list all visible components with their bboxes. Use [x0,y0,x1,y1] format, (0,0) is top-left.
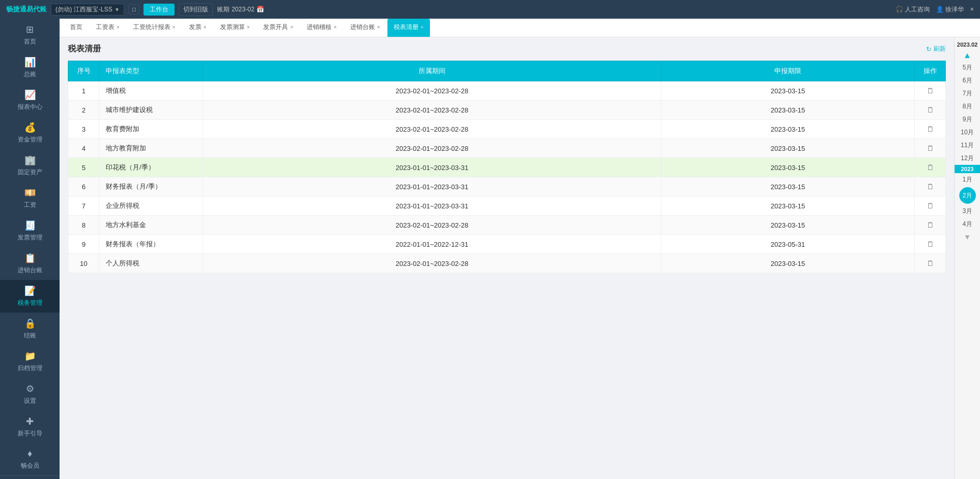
cal-month-9[interactable]: 9月 [955,113,980,126]
table-row[interactable]: 1 增值税 2023-02-01~2023-02-28 2023-03-15 🗒 [68,81,946,101]
cal-month-5[interactable]: 5月 [955,61,980,74]
tab-close-invoice-calc[interactable]: × [247,24,250,30]
cal-month-8[interactable]: 8月 [955,100,980,113]
copy-button[interactable]: □ [128,4,139,15]
sidebar-item-label: 工资 [24,201,36,209]
sidebar-item-label: 新手引导 [18,429,42,438]
table-header-row: 序号 申报表类型 所属期间 申报期限 操作 [68,61,946,81]
tab-close-purchase-ledger[interactable]: × [377,24,380,30]
sidebar-item-member[interactable]: ♦ 畅会员 [0,443,60,475]
sidebar-item-fund[interactable]: 💰 资金管理 [0,117,60,149]
sidebar-item-invoice[interactable]: 🧾 发票管理 [0,215,60,247]
user-profile-btn[interactable]: 👤 徐泽华 [936,5,964,14]
col-deadline: 申报期限 [661,61,914,81]
cal-month-6[interactable]: 6月 [955,74,980,87]
period-label: 账期 [217,5,229,14]
cell-action[interactable]: 🗒 [915,120,946,139]
company-selector[interactable]: (勿动) 江西服宝-LSS ▼ [51,4,124,16]
tab-close-purchase-check[interactable]: × [334,24,337,30]
view-action-icon[interactable]: 🗒 [927,221,934,229]
sidebar-item-ledger[interactable]: 📊 总账 [0,51,60,84]
cell-seq: 7 [68,196,99,216]
settings-icon: ⚙ [26,383,34,395]
workspace-button[interactable]: 工作台 [143,4,175,16]
cell-action[interactable]: 🗒 [915,177,946,196]
tab-purchase-check[interactable]: 进销稽核 × [300,19,343,37]
cell-seq: 8 [68,216,99,235]
view-action-icon[interactable]: 🗒 [927,106,934,114]
view-action-icon[interactable]: 🗒 [927,163,934,172]
cell-deadline: 2023-03-15 [661,101,914,120]
tab-close-tax-clear[interactable]: × [421,24,424,30]
cal-month-12[interactable]: 12月 [955,152,980,165]
table-row[interactable]: 2 城市维护建设税 2023-02-01~2023-02-28 2023-03-… [68,101,946,120]
tab-home[interactable]: 首页 [64,19,89,37]
sidebar-item-closing[interactable]: 🔒 结账 [0,313,60,345]
refresh-button[interactable]: ↻ 刷新 [926,45,946,53]
cal-month-11[interactable]: 11月 [955,139,980,152]
cal-month-1[interactable]: 1月 [955,173,980,186]
cell-action[interactable]: 🗒 [915,254,946,273]
human-service-btn[interactable]: 🎧 人工咨询 [896,5,930,14]
cell-deadline: 2023-03-15 [661,158,914,177]
table-row[interactable]: 9 财务报表（年报） 2022-01-01~2022-12-31 2023-05… [68,235,946,254]
tab-tax-clear[interactable]: 税表清册 × [387,19,430,37]
table-row[interactable]: 3 教育费附加 2023-02-01~2023-02-28 2023-03-15… [68,120,946,139]
view-action-icon[interactable]: 🗒 [927,182,934,191]
window-close-btn[interactable]: × [970,6,974,13]
view-action-icon[interactable]: 🗒 [927,259,934,267]
calendar-up-nav[interactable]: ▲ [955,50,980,61]
table-row[interactable]: 7 企业所得税 2023-01-01~2023-03-31 2023-03-15… [68,196,946,216]
tab-invoice-open[interactable]: 发票开具 × [257,19,299,37]
tab-close-invoice-open[interactable]: × [290,24,293,30]
sidebar-item-settings[interactable]: ⚙ 设置 [0,378,60,411]
tab-purchase-ledger[interactable]: 进销台账 × [344,19,386,37]
tab-close-invoice[interactable]: × [204,24,207,30]
cell-action[interactable]: 🗒 [915,235,946,254]
cell-action[interactable]: 🗒 [915,196,946,216]
sidebar-item-guide[interactable]: ✚ 新手引导 [0,411,60,443]
cell-action[interactable]: 🗒 [915,81,946,101]
sidebar-item-salary[interactable]: 💴 工资 [0,182,60,215]
view-action-icon[interactable]: 🗒 [927,202,934,210]
view-action-icon[interactable]: 🗒 [927,87,934,95]
table-row[interactable]: 6 财务报表（月/季） 2023-01-01~2023-03-31 2023-0… [68,177,946,196]
table-row[interactable]: 5 印花税（月/季） 2023-01-01~2023-03-31 2023-03… [68,158,946,177]
cal-month-4[interactable]: 4月 [955,218,980,231]
sidebar-item-archive[interactable]: 📁 归档管理 [0,345,60,378]
sidebar-item-tax[interactable]: 📝 税务管理 [0,280,60,313]
sidebar-item-report[interactable]: 📈 报表中心 [0,84,60,117]
view-action-icon[interactable]: 🗒 [927,144,934,152]
tab-salary-stats[interactable]: 工资统计报表 × [127,19,182,37]
cell-action[interactable]: 🗒 [915,101,946,120]
cal-month-7[interactable]: 7月 [955,87,980,100]
old-version-button[interactable]: 切到旧版 [179,3,213,16]
col-seq: 序号 [68,61,99,81]
cell-action[interactable]: 🗒 [915,216,946,235]
tab-salary-table[interactable]: 工资表 × [90,19,126,37]
app-logo: 畅捷通易代账 [6,5,47,14]
table-row[interactable]: 10 个人所得税 2023-02-01~2023-02-28 2023-03-1… [68,254,946,273]
table-row[interactable]: 4 地方教育附加 2023-02-01~2023-02-28 2023-03-1… [68,139,946,158]
table-row[interactable]: 8 地方水利基金 2023-02-01~2023-02-28 2023-03-1… [68,216,946,235]
cell-action[interactable]: 🗒 [915,158,946,177]
avatar-icon: 👤 [936,6,944,13]
tab-invoice[interactable]: 发票 × [183,19,213,37]
tab-close-salary-table[interactable]: × [117,24,120,30]
cal-month-3[interactable]: 3月 [955,205,980,218]
cell-deadline: 2023-03-15 [661,216,914,235]
tab-invoice-calc[interactable]: 发票测算 × [214,19,256,37]
sidebar-item-purchase-sales[interactable]: 📋 进销台账 [0,247,60,280]
calendar-down-nav[interactable]: ▼ [955,231,980,243]
cal-month-10[interactable]: 10月 [955,126,980,139]
cal-month-2-active[interactable]: 2月 [959,187,976,204]
calendar-icon[interactable]: 📅 [256,6,264,13]
sidebar-item-home[interactable]: ⊞ 首页 [0,19,60,51]
view-action-icon[interactable]: 🗒 [927,125,934,133]
tab-close-salary-stats[interactable]: × [172,24,176,30]
cell-action[interactable]: 🗒 [915,139,946,158]
view-action-icon[interactable]: 🗒 [927,240,934,248]
sidebar-item-fixed-assets[interactable]: 🏢 固定资产 [0,149,60,182]
tax-table: 序号 申报表类型 所属期间 申报期限 操作 1 增值税 2023-02-01~2… [68,61,946,273]
cal-year-2023[interactable]: 2023 [955,165,980,173]
